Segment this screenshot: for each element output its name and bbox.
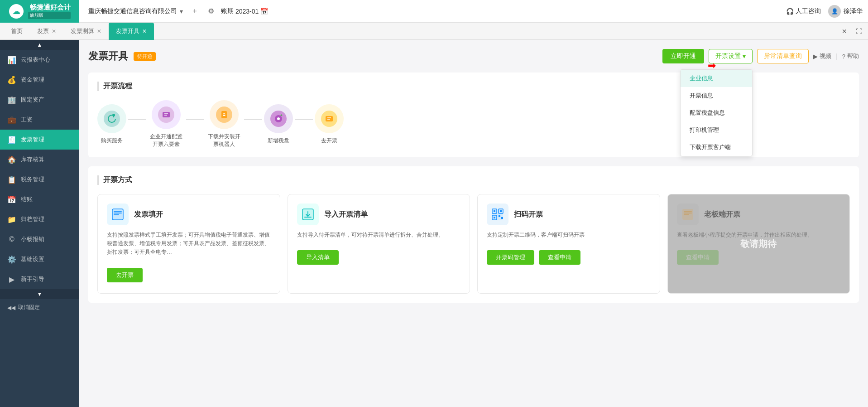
flow-step-buy-label: 购买服务 [101,137,123,145]
view-apply-button[interactable]: 查看申请 [539,250,580,265]
flow-step-taxdisk-label: 新增税盘 [268,137,289,145]
separator: | [836,53,838,60]
svg-rect-22 [114,214,119,215]
sidebar: ▲ 📊 云报表中心 💰 资金管理 🏢 固定资产 💼 工资 🧾 发票管理 🏠 库存… [0,40,79,407]
sidebar-item-payroll[interactable]: 💼 工资 [0,110,79,130]
qr-manage-button[interactable]: 开票码管理 [487,250,534,265]
user-menu[interactable]: 👤 徐泽华 [828,5,863,18]
flow-step-taxdisk-icon: + [264,104,293,133]
tab-bar-right: ✕ ⛶ [839,26,864,37]
headset-icon: 🎧 [786,8,794,15]
period-value: 2023-01 [235,8,259,15]
flow-step-buy: 购买服务 [97,104,126,145]
sidebar-item-expense[interactable]: © 小畅报销 [0,229,79,249]
sidebar-item-settlement[interactable]: 📅 结账 [0,189,79,209]
sidebar-scroll-up[interactable]: ▲ [0,40,79,50]
menu-item-tax-config[interactable]: 配置税盘信息 [681,104,752,121]
fill-invoice-button[interactable]: 去开票 [107,268,143,282]
tab-home[interactable]: 首页 [4,23,30,40]
period-area: 账期 2023-01 📅 [221,7,268,15]
billing-card-scan-desc: 支持定制开票二维码，客户端可扫码开票 [487,231,651,239]
menu-item-printer[interactable]: 打印机管理 [681,121,752,139]
flow-separator-4 [295,119,313,120]
funds-icon: 💰 [7,75,16,84]
billing-card-fill-title: 发票填开 [134,210,163,219]
billing-card-import-icon [297,204,319,225]
billing-section: 开票方式 发票填开 支持按照发票样式手工填开发票；可开具增值税电子普通发票、增值… [88,166,859,303]
status-badge: 待开通 [134,52,156,61]
flow-step-open-icon [315,104,344,133]
top-actions: ＋ ⚙ [188,5,217,18]
sidebar-item-funds[interactable]: 💰 资金管理 [0,70,79,90]
flow-step-config-icon [152,100,181,129]
menu-item-invoice-info[interactable]: 开票信息 [681,87,752,104]
consult-button[interactable]: 🎧 人工咨询 [786,7,821,15]
svg-text:+: + [280,113,283,117]
tab-close-window[interactable]: ✕ [839,26,850,37]
sidebar-cancel-pin[interactable]: ◀◀ 取消固定 [0,299,79,316]
billing-card-import: 导入开票清单 支持导入待开票清单，可对待开票清单进行拆分、合并处理。 导入清单 [288,194,470,294]
flow-step-open-label: 去开票 [321,137,337,145]
menu-item-download-client[interactable]: 下载开票客户端 [681,139,752,156]
assets-icon: 🏢 [7,95,16,104]
top-right: 🎧 人工咨询 👤 徐泽华 [786,5,863,18]
sidebar-item-archive[interactable]: 📁 归档管理 [0,209,79,229]
svg-rect-34 [499,215,500,217]
tab-bar: 首页 发票 ✕ 发票测算 ✕ 发票开具 ✕ ✕ ⛶ [0,23,868,40]
question-icon: ? [842,53,845,60]
sidebar-item-settings[interactable]: ⚙️ 基础设置 [0,249,79,269]
play-icon: ▶ [813,53,818,60]
settings-icon-sidebar: ⚙️ [7,255,16,264]
sidebar-item-invoice[interactable]: 🧾 发票管理 [0,130,79,150]
flow-separator-3 [244,119,262,120]
svg-rect-16 [326,116,333,121]
expense-icon: © [7,235,16,244]
import-list-button[interactable]: 导入清单 [297,250,339,265]
sidebar-scroll-down[interactable]: ▼ [0,289,79,299]
company-selector[interactable]: 重庆畅捷交通信息咨询有限公司 ▾ [88,7,183,15]
menu-item-company-info[interactable]: 企业信息 [681,70,752,87]
payroll-icon: 💼 [7,115,16,124]
content-area: 发票开具 待开通 立即开通 开票设置 ▾ ➡ 企业信息 [79,40,868,407]
tab-close-invoice-calc[interactable]: ✕ [97,28,101,34]
tab-maximize[interactable]: ⛶ [854,26,864,37]
reports-icon: 📊 [7,55,16,64]
flow-step-download-label: 下载并安装开票机器人 [206,133,242,148]
logo-icon: ☁ [9,4,24,19]
archive-icon: 📁 [7,215,16,224]
settings-icon[interactable]: ⚙ [205,5,217,18]
abnormal-list-button[interactable]: 异常清单查询 [757,49,809,63]
settlement-icon: 📅 [7,195,16,204]
chevron-down-icon: ▾ [180,8,183,15]
tax-icon: 📋 [7,175,16,184]
period-label: 账期 [221,7,234,15]
unpin-icon: ◀◀ [7,305,15,311]
main-layout: ▲ 📊 云报表中心 💰 资金管理 🏢 固定资产 💼 工资 🧾 发票管理 🏠 库存… [0,40,868,407]
calendar-icon[interactable]: 📅 [260,8,268,15]
svg-rect-33 [500,210,502,212]
sidebar-item-inventory[interactable]: 🏠 库存核算 [0,150,79,170]
video-button[interactable]: ▶ 视频 [813,52,831,60]
sidebar-item-guide[interactable]: ▶ 新手引导 [0,269,79,289]
sidebar-item-assets[interactable]: 🏢 固定资产 [0,90,79,110]
tab-invoice[interactable]: 发票 ✕ [30,23,63,40]
help-button[interactable]: ? 帮助 [842,52,859,60]
tab-close-invoice-open[interactable]: ✕ [142,28,147,34]
sidebar-item-tax[interactable]: 📋 税务管理 [0,170,79,189]
guide-icon: ▶ [7,275,16,284]
user-name: 徐泽华 [844,7,863,15]
tab-invoice-open[interactable]: 发票开具 ✕ [109,23,154,40]
svg-rect-32 [494,217,495,218]
dropdown-arrow-icon: ▾ [743,53,746,60]
billing-cards: 发票填开 支持按照发票样式手工填开发票；可开具增值税电子普通发票、增值税普通发票… [97,194,850,294]
red-arrow: ➡ [708,60,716,72]
billing-card-fill-icon [107,204,129,225]
company-name: 重庆畅捷交通信息咨询有限公司 [88,7,177,15]
activate-button[interactable]: 立即开通 [662,49,704,63]
svg-point-0 [104,111,120,127]
tab-invoice-calc[interactable]: 发票测算 ✕ [63,23,109,40]
sidebar-item-reports[interactable]: 📊 云报表中心 [0,50,79,70]
add-button[interactable]: ＋ [188,5,201,18]
tab-close-invoice[interactable]: ✕ [52,28,56,34]
billing-card-import-title: 导入开票清单 [324,210,368,219]
